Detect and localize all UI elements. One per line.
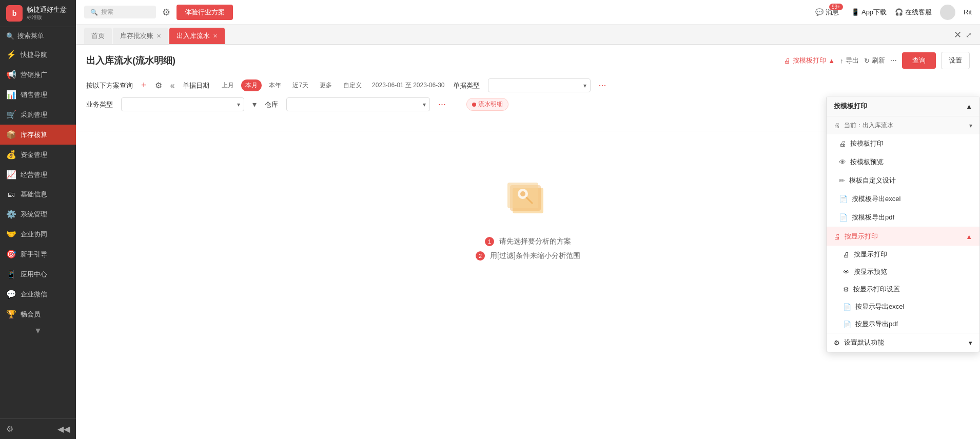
logo-area: b 畅捷通好生意 标准版 xyxy=(0,0,76,27)
dropdown-item-template-print[interactable]: 🖨 按模板打印 xyxy=(827,134,979,153)
refresh-button[interactable]: ↻ 刷新 xyxy=(864,56,885,65)
filter-collapse-icon[interactable]: « xyxy=(170,81,175,90)
dropdown-item-display-export-pdf[interactable]: 📄 按显示导出pdf xyxy=(827,315,979,333)
tab-flow-label: 出入库流水 xyxy=(177,31,210,41)
tag-dot xyxy=(472,103,476,107)
dropdown-item-display-print[interactable]: 🖨 按显示打印 xyxy=(827,246,979,263)
more-options-icon[interactable]: ··· xyxy=(890,56,897,65)
biz-type-select[interactable] xyxy=(121,97,244,111)
date-option-custom[interactable]: 自定义 xyxy=(339,79,366,91)
sidebar-scroll-down[interactable]: ▼ xyxy=(0,324,76,337)
refresh-label: 刷新 xyxy=(872,56,885,65)
dropdown-item-display-preview[interactable]: 👁 按显示预览 xyxy=(827,263,979,281)
date-option-more[interactable]: 更多 xyxy=(316,79,336,91)
dropdown-close-icon[interactable]: ▲ xyxy=(966,103,972,110)
header-settings-icon[interactable]: ⚙ xyxy=(162,7,170,18)
message-badge[interactable]: 💬 消息 99+ xyxy=(815,8,839,17)
date-option-this-month[interactable]: 本月 xyxy=(241,79,262,91)
display-print-section-header[interactable]: 🖨 按显示打印 ▲ xyxy=(827,227,979,246)
refresh-icon: ↻ xyxy=(864,57,870,65)
dropdown-footer[interactable]: ⚙ 设置默认功能 ▾ xyxy=(827,333,979,352)
sidebar-item-operation[interactable]: 📈 经营管理 xyxy=(0,165,76,185)
tab-flow-close[interactable]: ✕ xyxy=(213,33,218,39)
sidebar-search[interactable]: 🔍 搜索菜单 xyxy=(0,27,76,45)
dropdown-item-display-print-settings[interactable]: ⚙ 按显示打印设置 xyxy=(827,281,979,298)
sales-icon: 📊 xyxy=(6,90,16,99)
tab-home[interactable]: 首页 xyxy=(84,28,112,44)
display-pdf-icon: 📄 xyxy=(843,321,851,328)
date-option-last-month[interactable]: 上月 xyxy=(218,79,238,91)
sidebar-item-newbie[interactable]: 🎯 新手引导 xyxy=(0,244,76,264)
sidebar-item-label: 库存核算 xyxy=(21,130,47,139)
online-service-badge[interactable]: 🎧 在线客服 xyxy=(895,8,932,17)
online-service-label: 在线客服 xyxy=(905,8,932,17)
display-excel-icon: 📄 xyxy=(843,303,851,311)
doc-type-more-icon[interactable]: ··· xyxy=(599,80,606,91)
dropdown-item-display-export-excel[interactable]: 📄 按显示导出excel xyxy=(827,298,979,315)
app-download-badge[interactable]: 📱 App下载 xyxy=(851,8,887,17)
tab-flow[interactable]: 出入库流水 ✕ xyxy=(169,28,225,44)
sidebar-item-inventory[interactable]: 📦 库存核算 xyxy=(0,125,76,145)
date-option-7days[interactable]: 近7天 xyxy=(288,79,312,91)
logo-sub: 标准版 xyxy=(27,14,67,21)
excel-icon: 📄 xyxy=(839,195,848,203)
flow-detail-tag[interactable]: 流水明细 xyxy=(466,98,508,111)
close-window-icon[interactable]: ✕ xyxy=(954,29,962,41)
logo-icon: b xyxy=(6,5,23,22)
dropdown-item-template-preview[interactable]: 👁 按模板预览 xyxy=(827,153,979,171)
trial-button[interactable]: 体验行业方案 xyxy=(177,5,233,20)
sidebar-item-member[interactable]: 🏆 畅会员 xyxy=(0,304,76,324)
dropdown-item-template-design[interactable]: ✏ 模板自定义设计 xyxy=(827,171,979,190)
sidebar-item-system[interactable]: ⚙️ 系统管理 xyxy=(0,204,76,224)
print-template-button[interactable]: 🖨 按模板打印 ▲ xyxy=(784,56,835,65)
sidebar-item-purchase[interactable]: 🛒 采购管理 xyxy=(0,105,76,125)
display-export-pdf-label: 按显示导出pdf xyxy=(855,320,898,329)
sidebar-item-collab[interactable]: 🤝 企业协同 xyxy=(0,224,76,244)
dropdown-item-template-export-excel[interactable]: 📄 按模板导出excel xyxy=(827,190,979,208)
collapse-sidebar-icon[interactable]: ◀◀ xyxy=(57,424,70,434)
sidebar-bottom: ⚙ ◀◀ xyxy=(0,418,76,439)
filter-settings-icon[interactable]: ⚙ xyxy=(155,81,162,90)
date-option-this-year[interactable]: 本年 xyxy=(265,79,285,91)
biz-type-chevron-icon[interactable]: ▾ xyxy=(252,99,257,109)
dropdown-current[interactable]: 🖨 当前：出入库流水 ▾ xyxy=(827,116,979,134)
avatar[interactable] xyxy=(940,5,955,20)
page-header: 出入库流水(流水明细) 🖨 按模板打印 ▲ ↑ 导出 ↻ 刷新 ··· 查询 设… xyxy=(76,45,980,73)
sidebar-item-basic[interactable]: 🗂 基础信息 xyxy=(0,185,76,204)
default-settings-icon: ⚙ xyxy=(834,339,840,347)
sidebar-item-quick-nav[interactable]: ⚡ 快捷导航 xyxy=(0,45,76,65)
member-icon: 🏆 xyxy=(6,309,16,319)
header-search[interactable]: 🔍 搜索 xyxy=(84,6,156,18)
settings-button[interactable]: 设置 xyxy=(941,52,970,69)
sidebar-item-finance[interactable]: 💰 资金管理 xyxy=(0,145,76,165)
tab-batch-account-close[interactable]: ✕ xyxy=(156,33,161,39)
doc-type-select-wrapper xyxy=(488,78,591,92)
template-preview-label: 按模板预览 xyxy=(850,157,884,167)
date-range-text: 2023-06-01 至 2023-06-30 xyxy=(372,81,444,90)
wechat-icon: 💬 xyxy=(6,289,16,299)
sidebar-item-label: 经营管理 xyxy=(21,170,47,179)
sidebar-item-wechat[interactable]: 💬 企业微信 xyxy=(0,284,76,304)
doc-type-select[interactable] xyxy=(488,78,591,92)
query-button[interactable]: 查询 xyxy=(902,52,936,69)
tab-batch-account[interactable]: 库存批次账 ✕ xyxy=(113,28,168,44)
export-button[interactable]: ↑ 导出 xyxy=(840,56,859,65)
warehouse-select[interactable] xyxy=(286,97,430,111)
expand-icon[interactable]: ⤢ xyxy=(966,31,972,39)
preview-icon: 👁 xyxy=(839,158,846,166)
sidebar-item-label: 营销推广 xyxy=(21,70,47,79)
warehouse-more-icon[interactable]: ··· xyxy=(438,99,446,110)
settings-icon[interactable]: ⚙ xyxy=(6,424,13,434)
collab-icon: 🤝 xyxy=(6,229,16,239)
display-export-excel-label: 按显示导出excel xyxy=(855,302,904,311)
filter-add-icon[interactable]: + xyxy=(141,80,147,91)
warehouse-label: 仓库 xyxy=(265,100,278,109)
sidebar-item-app-center[interactable]: 📱 应用中心 xyxy=(0,264,76,284)
sidebar-item-sales[interactable]: 📊 销售管理 xyxy=(0,85,76,105)
sidebar-item-marketing[interactable]: 📢 营销推广 xyxy=(0,65,76,85)
export-label: 导出 xyxy=(846,56,859,65)
dropdown-item-template-export-pdf[interactable]: 📄 按模板导出pdf xyxy=(827,208,979,227)
page-content: 出入库流水(流水明细) 🖨 按模板打印 ▲ ↑ 导出 ↻ 刷新 ··· 查询 设… xyxy=(76,45,980,439)
app-download-label: App下载 xyxy=(861,8,887,17)
page-title: 出入库流水(流水明细) xyxy=(86,54,175,67)
